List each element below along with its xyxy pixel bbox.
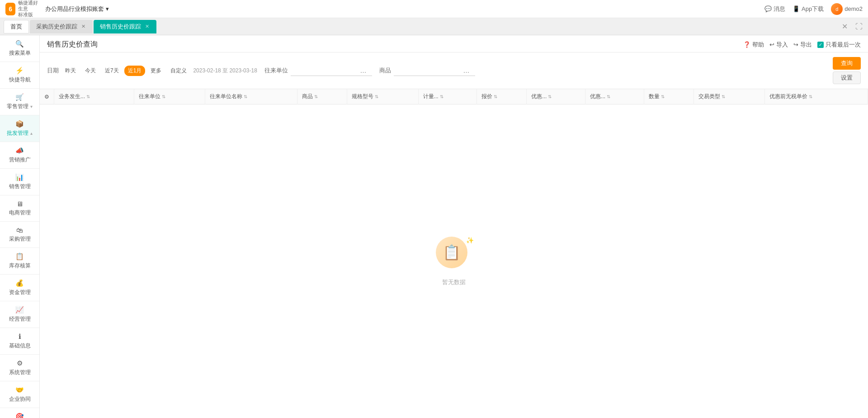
date-btn-today[interactable]: 今天	[81, 66, 99, 76]
table-col-partner-name[interactable]: 往来单位名称 ⇅	[205, 89, 297, 104]
tab-home[interactable]: 首页	[4, 20, 29, 33]
sidebar-item-retail[interactable]: 🛒 零售管理 ▾	[0, 89, 39, 115]
sort-icon-unit: ⇅	[440, 94, 443, 99]
table-header-row: ⚙ 业务发生... ⇅ 往来单位 ⇅	[40, 89, 868, 104]
tab-close-purchase[interactable]: ✕	[80, 24, 86, 30]
partner-label: 往来单位	[264, 66, 288, 75]
sidebar-item-guide[interactable]: 🎯 新手引导	[0, 408, 39, 418]
message-action[interactable]: 💬 消息	[764, 5, 785, 13]
user-action[interactable]: d demo2	[831, 3, 863, 15]
export-btn[interactable]: ↪ 导出	[793, 41, 812, 49]
workspace-selector[interactable]: 办公用品行业模拟账套 ▾	[45, 5, 109, 13]
date-range-text: 2023-02-18 至 2023-03-18	[193, 67, 257, 75]
date-btn-custom[interactable]: 自定义	[167, 66, 190, 76]
expand-window-btn[interactable]: ⛶	[854, 21, 864, 32]
help-btn[interactable]: ❓ 帮助	[743, 41, 764, 49]
filter-action-group: 查询 设置	[833, 57, 861, 84]
date-btn-yesterday[interactable]: 昨天	[61, 66, 80, 76]
enterprise-icon: 🤝	[15, 386, 24, 394]
sidebar-item-operations[interactable]: 📈 经营管理	[0, 301, 39, 328]
finance-icon: 💰	[15, 279, 24, 287]
avatar: d	[831, 3, 843, 15]
export-icon: ↪	[793, 41, 798, 48]
table-col-discount1[interactable]: 优惠... ⇅	[527, 89, 585, 104]
content-area: 销售历史价查询 ❓ 帮助 ↩ 导入 ↪ 导出 ✓ 只看最后一次	[40, 35, 868, 418]
date-btn-7days[interactable]: 近7天	[101, 66, 123, 76]
tab-bar: 首页 采购历史价跟踪 ✕ 销售历史价跟踪 ✕ ✕ ⛶	[0, 18, 868, 35]
page-title-bar: 销售历史价查询 ❓ 帮助 ↩ 导入 ↪ 导出 ✓ 只看最后一次	[40, 35, 868, 52]
tab-sales-history[interactable]: 销售历史价跟踪 ✕	[94, 20, 156, 33]
guide-icon: 🎯	[15, 413, 24, 418]
search-icon: 🔍	[15, 40, 24, 48]
sort-icon-spec: ⇅	[375, 94, 378, 99]
header-right: 💬 消息 📱 App下载 d demo2	[764, 3, 863, 15]
chevron-down-icon: ▾	[106, 5, 109, 12]
sort-icon-quantity: ⇅	[661, 94, 665, 99]
header-left: 6 畅捷通好生意 标准版 办公用品行业模拟账套 ▾	[5, 0, 109, 18]
settings-icon: ⚙	[44, 94, 49, 100]
goods-label: 商品	[379, 66, 391, 75]
sidebar-item-sales[interactable]: 📊 销售管理	[0, 169, 39, 195]
table-col-goods[interactable]: 商品 ⇅	[297, 89, 347, 104]
date-btn-1month[interactable]: 近1月	[124, 66, 146, 76]
logo-icon: 6	[5, 3, 15, 15]
table-col-discount2[interactable]: 优惠... ⇅	[585, 89, 644, 104]
sort-icon-discount2: ⇅	[607, 94, 610, 99]
operations-icon: 📈	[15, 306, 24, 314]
partner-input-wrap: ...	[291, 66, 372, 76]
settings-button[interactable]: 设置	[833, 71, 861, 84]
info-icon: ℹ	[19, 332, 21, 341]
sort-icon-quote: ⇅	[494, 94, 497, 99]
lightning-icon: ⚡	[15, 66, 24, 75]
tab-close-sales[interactable]: ✕	[144, 24, 150, 30]
logo-area: 6 畅捷通好生意 标准版	[5, 0, 42, 18]
sidebar-item-ecommerce[interactable]: 🖥 电商管理	[0, 195, 39, 222]
partner-input[interactable]	[292, 67, 360, 74]
empty-illustration: 📋 ✨	[436, 237, 472, 273]
download-action[interactable]: 📱 App下载	[793, 5, 824, 13]
partner-dots-btn[interactable]: ...	[360, 66, 366, 75]
tab-purchase-history[interactable]: 采购历史价跟踪 ✕	[30, 20, 93, 33]
sidebar-item-marketing[interactable]: 📣 营销推广	[0, 142, 39, 169]
date-btn-more[interactable]: 更多	[147, 66, 165, 76]
chevron-down-icon: ▾	[30, 104, 33, 109]
goods-input[interactable]	[396, 67, 463, 74]
goods-dots-btn[interactable]: ...	[463, 66, 469, 75]
sidebar-item-search[interactable]: 🔍 搜索菜单	[0, 35, 39, 62]
tab-bar-right: ✕ ⛶	[839, 21, 864, 32]
sort-icon-goods: ⇅	[314, 94, 318, 99]
only-last-checkbox[interactable]: ✓	[817, 42, 824, 48]
sidebar-item-system[interactable]: ⚙ 系统管理	[0, 355, 39, 381]
table-col-quantity[interactable]: 数量 ⇅	[644, 89, 693, 104]
sidebar-item-finance[interactable]: 💰 资金管理	[0, 275, 39, 301]
table-col-spec[interactable]: 规格型号 ⇅	[347, 89, 418, 104]
date-options: 昨天 今天 近7天 近1月 更多 自定义	[61, 66, 190, 76]
table-col-partner-code[interactable]: 往来单位 ⇅	[134, 89, 205, 104]
import-btn[interactable]: ↩ 导入	[769, 41, 788, 49]
empty-icon: 📋	[436, 237, 467, 268]
query-button[interactable]: 查询	[833, 57, 861, 70]
sidebar-item-basic-info[interactable]: ℹ 基础信息	[0, 328, 39, 355]
table-col-trade-type[interactable]: 交易类型 ⇅	[693, 89, 764, 104]
gear-icon: ⚙	[17, 359, 23, 367]
only-last-checkbox-label[interactable]: ✓ 只看最后一次	[817, 41, 861, 49]
sidebar-item-quick-nav[interactable]: ⚡ 快捷导航	[0, 62, 39, 89]
table-col-settings[interactable]: ⚙	[40, 89, 54, 104]
close-window-btn[interactable]: ✕	[839, 21, 850, 32]
sidebar-item-inventory[interactable]: 📋 库存核算	[0, 248, 39, 275]
table-col-unit[interactable]: 计量... ⇅	[418, 89, 477, 104]
empty-state: 📋 ✨ 暂无数据	[40, 104, 868, 418]
table-col-biz-date[interactable]: 业务发生... ⇅	[54, 89, 134, 104]
table-col-pretax-price[interactable]: 优惠前无税单价 ⇅	[764, 89, 868, 104]
sparkle-icon: ✨	[466, 237, 474, 244]
table-col-quote[interactable]: 报价 ⇅	[477, 89, 527, 104]
phone-icon: 📱	[793, 5, 800, 12]
empty-text: 暂无数据	[442, 278, 466, 286]
sidebar-item-enterprise[interactable]: 🤝 企业协同	[0, 381, 39, 408]
sidebar-item-wholesale[interactable]: 📦 批发管理 ▴	[0, 115, 39, 142]
sort-icon-trade-type: ⇅	[722, 94, 725, 99]
filter-bar: 日期 昨天 今天 近7天 近1月 更多 自定义 2023-02-18 至 202…	[40, 52, 868, 89]
sales-icon: 📊	[15, 173, 24, 181]
sidebar-item-purchase[interactable]: 🛍 采购管理	[0, 222, 39, 248]
sidebar: 🔍 搜索菜单 ⚡ 快捷导航 🛒 零售管理 ▾ 📦 批发管理 ▴ 📣 营销推广	[0, 35, 40, 418]
